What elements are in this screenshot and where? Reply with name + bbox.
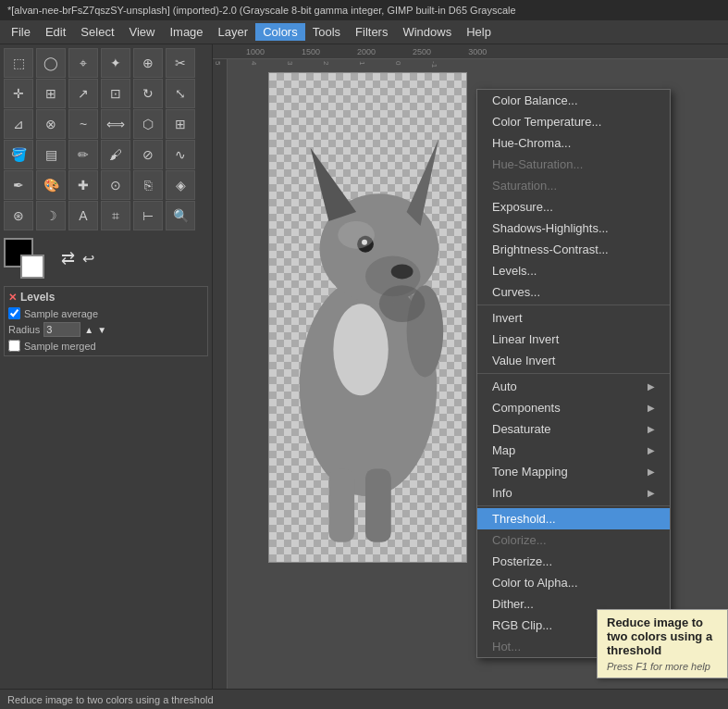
dropdown-label-value-invert: Value Invert xyxy=(492,354,555,367)
background-color-swatch[interactable] xyxy=(20,255,44,279)
dropdown-label-levels: Levels... xyxy=(492,264,537,278)
swap-colors-icon[interactable]: ⇄ xyxy=(61,248,75,268)
tool-by-color[interactable]: ⊕ xyxy=(133,48,163,78)
levels-panel: ✕ Levels Sample average Radius ▲ ▼ Sampl… xyxy=(4,286,208,356)
tool-airbrush[interactable]: ∿ xyxy=(166,140,195,169)
tool-text[interactable]: A xyxy=(68,201,98,230)
dropdown-item-tone-mapping[interactable]: Tone Mapping▶ xyxy=(477,461,670,482)
svg-rect-10 xyxy=(328,468,354,541)
tool-move[interactable]: ✛ xyxy=(4,79,33,108)
menu-item-edit[interactable]: Edit xyxy=(38,23,73,41)
tool-rectangle-select[interactable]: ⬚ xyxy=(4,48,33,78)
dropdown-arrow-desaturate: ▶ xyxy=(648,424,655,434)
dropdown-item-color-to-alpha[interactable]: Color to Alpha... xyxy=(477,572,670,593)
dropdown-label-colorize: Colorize... xyxy=(492,533,547,547)
dropdown-label-color-balance: Color Balance... xyxy=(492,93,578,107)
radius-stepper-up[interactable]: ▲ xyxy=(84,325,93,335)
tool-ink[interactable]: ✒ xyxy=(4,170,33,200)
tool-cage[interactable]: ⬡ xyxy=(133,109,163,139)
dropdown-item-desaturate[interactable]: Desaturate▶ xyxy=(477,418,670,440)
dropdown-item-auto[interactable]: Auto▶ xyxy=(477,376,670,397)
radius-stepper-down[interactable]: ▼ xyxy=(97,325,106,335)
menu-item-image[interactable]: Image xyxy=(162,23,210,41)
tool-eraser[interactable]: ⊘ xyxy=(133,140,163,169)
levels-panel-title: ✕ Levels xyxy=(8,291,204,304)
menu-item-select[interactable]: Select xyxy=(73,23,121,41)
dropdown-item-components[interactable]: Components▶ xyxy=(477,397,670,418)
tool-paint-bucket[interactable]: 🪣 xyxy=(4,140,33,169)
dropdown-item-value-invert[interactable]: Value Invert xyxy=(477,350,670,371)
tool-scissors[interactable]: ✂ xyxy=(166,48,195,78)
dropdown-item-color-balance[interactable]: Color Balance... xyxy=(477,90,670,111)
tool-rotate[interactable]: ↻ xyxy=(133,79,163,108)
tool-scale[interactable]: ⤡ xyxy=(166,79,195,108)
dropdown-label-hue-saturation: Hue-Saturation... xyxy=(492,157,583,171)
dropdown-label-brightness-contrast: Brightness-Contrast... xyxy=(492,243,609,256)
tool-flip[interactable]: ⟺ xyxy=(101,109,130,139)
dropdown-item-linear-invert[interactable]: Linear Invert xyxy=(477,329,670,350)
ruler-tick-3000: 3000 xyxy=(468,47,487,56)
tool-color-picker[interactable]: ⌗ xyxy=(101,201,130,230)
tool-ellipse-select[interactable]: ◯ xyxy=(36,48,66,78)
tool-perspective-clone[interactable]: ⊙ xyxy=(101,170,130,200)
tool-shear[interactable]: ⊿ xyxy=(4,109,33,139)
tool-healing[interactable]: ✚ xyxy=(68,170,98,200)
dropdown-item-invert[interactable]: Invert xyxy=(477,307,670,329)
sample-average-checkbox[interactable] xyxy=(8,307,20,319)
tool-free-select[interactable]: ⌖ xyxy=(68,48,98,78)
sample-merged-label: Sample merged xyxy=(24,341,96,352)
menu-item-filters[interactable]: Filters xyxy=(348,23,395,41)
tool-align[interactable]: ⊞ xyxy=(36,79,66,108)
dropdown-item-map[interactable]: Map▶ xyxy=(477,440,670,461)
menu-item-windows[interactable]: Windows xyxy=(395,23,459,41)
tool-pencil[interactable]: ✏ xyxy=(68,140,98,169)
dropdown-item-hue-chroma[interactable]: Hue-Chroma... xyxy=(477,132,670,154)
dropdown-item-info[interactable]: Info▶ xyxy=(477,482,670,504)
menu-item-view[interactable]: View xyxy=(122,23,163,41)
title-bar: *[alvan-nee-brFsZ7qszSY-unsplash] (impor… xyxy=(0,0,728,20)
tool-paintbrush[interactable]: 🖌 xyxy=(101,140,130,169)
color-swatches-area: ⇄ ↩ xyxy=(0,234,212,282)
dropdown-label-shadows-highlights: Shadows-Highlights... xyxy=(492,221,609,235)
tool-smudge[interactable]: ⊛ xyxy=(4,201,33,230)
tool-measure[interactable]: ⊢ xyxy=(133,201,163,230)
dropdown-item-threshold[interactable]: Threshold... xyxy=(477,508,670,529)
menu-item-layer[interactable]: Layer xyxy=(211,23,256,41)
menu-item-help[interactable]: Help xyxy=(459,23,499,41)
tool-fuzzy-select[interactable]: ✦ xyxy=(101,48,130,78)
tool-mypaint[interactable]: 🎨 xyxy=(36,170,66,200)
tool-unified-transform[interactable]: ⊞ xyxy=(166,109,195,139)
svg-point-13 xyxy=(338,221,375,249)
tool-warp-transform[interactable]: ~ xyxy=(68,109,98,139)
levels-close-button[interactable]: ✕ xyxy=(8,292,17,304)
dropdown-item-curves[interactable]: Curves... xyxy=(477,281,670,303)
sample-merged-checkbox[interactable] xyxy=(8,340,20,352)
menu-item-colors[interactable]: Colors xyxy=(255,23,305,41)
dropdown-label-linear-invert: Linear Invert xyxy=(492,332,559,346)
tool-handle-transform[interactable]: ⊗ xyxy=(36,109,66,139)
menu-item-tools[interactable]: Tools xyxy=(305,23,348,41)
tool-crop[interactable]: ⊡ xyxy=(101,79,130,108)
dropdown-separator xyxy=(477,373,670,374)
ruler-tick-2500: 2500 xyxy=(413,47,431,56)
dropdown-item-brightness-contrast[interactable]: Brightness-Contrast... xyxy=(477,239,670,260)
dropdown-label-invert: Invert xyxy=(492,311,523,325)
tool-zoom[interactable]: 🔍 xyxy=(166,201,195,230)
svg-marker-4 xyxy=(407,139,439,226)
dropdown-item-exposure[interactable]: Exposure... xyxy=(477,196,670,218)
dropdown-item-color-temperature[interactable]: Color Temperature... xyxy=(477,111,670,132)
tool-convolve[interactable]: ◈ xyxy=(166,170,195,200)
reset-colors-icon[interactable]: ↩ xyxy=(82,250,94,267)
menu-item-file[interactable]: File xyxy=(4,23,38,41)
radius-input[interactable] xyxy=(43,322,80,337)
color-swatch-area xyxy=(4,238,50,279)
dropdown-arrow-tone-mapping: ▶ xyxy=(648,466,655,477)
tool-gradient[interactable]: ▤ xyxy=(36,140,66,169)
dropdown-item-posterize[interactable]: Posterize... xyxy=(477,551,670,572)
tool-dodge-burn[interactable]: ☽ xyxy=(36,201,66,230)
tool-clone[interactable]: ⎘ xyxy=(133,170,163,200)
dropdown-label-desaturate: Desaturate xyxy=(492,422,551,436)
tool-transform[interactable]: ↗ xyxy=(68,79,98,108)
dropdown-item-levels[interactable]: Levels... xyxy=(477,260,670,281)
dropdown-item-shadows-highlights[interactable]: Shadows-Highlights... xyxy=(477,218,670,239)
